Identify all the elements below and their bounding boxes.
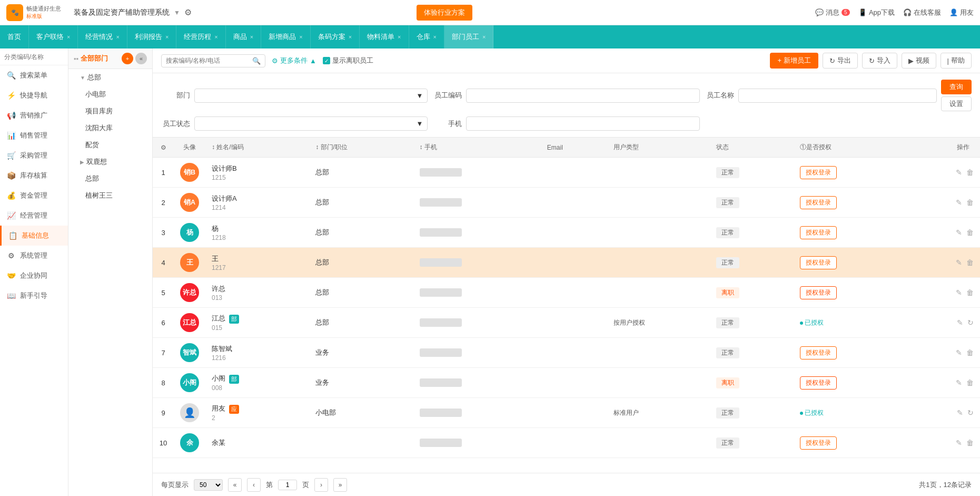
prev-page-button[interactable]: ‹ <box>247 478 261 492</box>
employee-code-field[interactable] <box>471 92 695 100</box>
sidebar-item-shortcut[interactable]: ⚡快捷导航 <box>0 85 68 105</box>
auth-button[interactable]: 授权登录 <box>800 196 837 209</box>
sidebar-item-purchase[interactable]: 🛒采购管理 <box>0 145 68 166</box>
close-icon[interactable]: × <box>433 34 437 40</box>
tree-item-shenyang[interactable]: 沈阳大库 <box>68 120 152 137</box>
close-icon[interactable]: × <box>299 34 302 40</box>
edit-icon[interactable]: ✎ <box>956 439 962 447</box>
online-service[interactable]: 🎧 在线客服 <box>903 8 941 17</box>
sidebar-item-search[interactable]: 🔍搜索菜单 <box>0 65 68 85</box>
nav-item-history[interactable]: 经营历程 × <box>176 25 225 48</box>
nav-item-barcode[interactable]: 条码方案 × <box>311 25 360 48</box>
add-dept-button[interactable]: + <box>122 53 133 64</box>
employee-name-field[interactable] <box>743 92 932 100</box>
app-download[interactable]: 📱 App下载 <box>858 8 895 17</box>
refresh-icon[interactable]: ↻ <box>967 409 974 417</box>
nav-item-add-goods[interactable]: 新增商品 × <box>261 25 310 48</box>
close-icon[interactable]: × <box>349 34 352 40</box>
nav-item-profit[interactable]: 利润报告 × <box>127 25 176 48</box>
export-button[interactable]: ↻ 导出 <box>823 53 858 69</box>
edit-icon[interactable]: ✎ <box>956 288 962 297</box>
employee-code-input[interactable] <box>466 89 699 103</box>
search-button[interactable]: 查询 <box>941 80 972 94</box>
nav-item-customer[interactable]: 客户联络 × <box>29 25 78 48</box>
nav-item-department[interactable]: 部门员工 × <box>444 25 493 48</box>
delete-icon[interactable]: 🗑 <box>966 258 974 267</box>
show-former-toggle[interactable]: ✓ 显示离职员工 <box>323 56 373 65</box>
tree-item-zhishu[interactable]: 植树王三 <box>68 187 152 204</box>
close-icon[interactable]: × <box>250 34 253 40</box>
help-button[interactable]: | 帮助 <box>941 53 972 69</box>
sidebar-item-inventory[interactable]: 📦库存核算 <box>0 166 68 186</box>
import-button[interactable]: ↻ 导入 <box>862 53 897 69</box>
sidebar-item-marketing[interactable]: 📢营销推广 <box>0 105 68 125</box>
nav-item-goods[interactable]: 商品 × <box>226 25 261 48</box>
col-dept[interactable]: ↕ 部门/职位 <box>309 138 413 158</box>
last-page-button[interactable]: » <box>333 478 347 492</box>
tree-item-shuanglu[interactable]: ▶ 双鹿想 <box>68 153 152 170</box>
nav-item-bom[interactable]: 物料清单 × <box>360 25 409 48</box>
sidebar-search-input[interactable] <box>4 53 68 61</box>
col-settings[interactable]: ⚙ <box>153 138 174 158</box>
first-page-button[interactable]: « <box>228 478 242 492</box>
delete-icon[interactable]: 🗑 <box>966 198 974 207</box>
edit-icon[interactable]: ✎ <box>957 409 963 417</box>
delete-icon[interactable]: 🗑 <box>966 288 974 297</box>
settings-button[interactable]: 设置 <box>941 96 972 111</box>
tree-item-peihuo[interactable]: 配货 <box>68 137 152 153</box>
edit-icon[interactable]: ✎ <box>956 258 962 267</box>
refresh-icon[interactable]: ↻ <box>967 318 974 327</box>
auth-button[interactable]: 授权登录 <box>800 286 837 299</box>
tree-item-zongbu-parent[interactable]: ▼ 总部 <box>68 69 152 86</box>
delete-icon[interactable]: 🗑 <box>966 228 974 237</box>
close-icon[interactable]: × <box>67 34 70 40</box>
filter-more-btn[interactable]: ⚙ 更多条件 ▲ <box>272 56 316 65</box>
sidebar-item-system[interactable]: ⚙系统管理 <box>0 246 68 266</box>
tree-item-projectroom[interactable]: 项目库房 <box>68 103 152 120</box>
close-icon[interactable]: × <box>165 34 169 40</box>
close-icon[interactable]: × <box>116 34 119 40</box>
close-icon[interactable]: × <box>398 34 401 40</box>
sidebar-item-sales[interactable]: 📊销售管理 <box>0 125 68 145</box>
sidebar-item-guide[interactable]: 📖新手引导 <box>0 286 68 306</box>
next-page-button[interactable]: › <box>314 478 328 492</box>
collapse-panel-button[interactable]: « <box>135 53 147 64</box>
auth-button[interactable]: 授权登录 <box>800 346 837 359</box>
employee-name-input[interactable] <box>738 89 937 103</box>
dept-select[interactable]: ▼ <box>194 89 428 103</box>
col-name[interactable]: ↕ 姓名/编码 <box>205 138 309 158</box>
sidebar-item-finance[interactable]: 💰资金管理 <box>0 186 68 206</box>
auth-button[interactable]: 授权登录 <box>800 226 837 239</box>
nav-item-home[interactable]: 首页 <box>0 25 29 48</box>
search-input[interactable] <box>166 57 250 64</box>
sidebar-item-operations[interactable]: 📈经营管理 <box>0 206 68 226</box>
user-area[interactable]: 👤 用友 <box>949 8 974 17</box>
edit-icon[interactable]: ✎ <box>956 198 962 207</box>
edit-icon[interactable]: ✎ <box>956 348 962 357</box>
sidebar-item-cooperation[interactable]: 🤝企业协同 <box>0 266 68 286</box>
auth-button[interactable]: 授权登录 <box>800 376 837 390</box>
close-icon[interactable]: × <box>214 34 217 40</box>
edit-icon[interactable]: ✎ <box>956 168 962 177</box>
phone-input[interactable] <box>466 116 699 131</box>
phone-field[interactable] <box>471 120 695 128</box>
tree-item-zongbu2[interactable]: 总部 <box>68 170 152 187</box>
show-former-checkbox[interactable]: ✓ <box>323 57 330 64</box>
settings-icon[interactable]: ⚙ <box>184 7 192 17</box>
nav-item-warehouse[interactable]: 仓库 × <box>409 25 444 48</box>
current-page-input[interactable] <box>278 480 297 490</box>
status-select[interactable]: ▼ <box>194 116 428 131</box>
edit-icon[interactable]: ✎ <box>956 378 962 387</box>
edit-icon[interactable]: ✎ <box>956 228 962 237</box>
message-item[interactable]: 💬 消息 5 <box>815 8 850 17</box>
nav-item-management[interactable]: 经营情况 × <box>78 25 127 48</box>
delete-icon[interactable]: 🗑 <box>966 168 974 177</box>
auth-button[interactable]: 授权登录 <box>800 436 837 450</box>
edit-icon[interactable]: ✎ <box>957 318 963 327</box>
auth-button[interactable]: 授权登录 <box>800 256 837 269</box>
tree-item-xiaodiandept[interactable]: 小电部 <box>68 86 152 103</box>
delete-icon[interactable]: 🗑 <box>966 378 974 387</box>
add-employee-button[interactable]: + 新增员工 <box>770 53 818 69</box>
sidebar-item-basic-info[interactable]: 📋基础信息 <box>0 226 68 246</box>
auth-button[interactable]: 授权登录 <box>800 166 837 179</box>
